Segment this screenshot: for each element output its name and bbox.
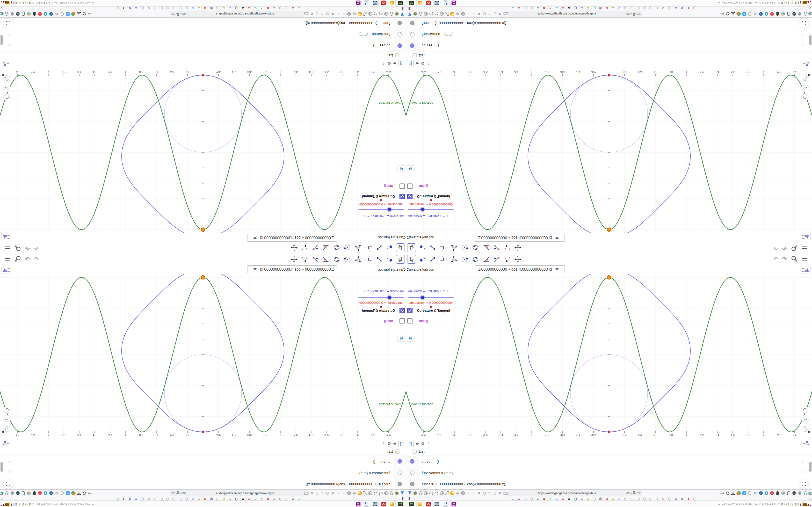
algebra-row-funcs[interactable]: funcs = {1.000000000000 + cos(4.00000000… <box>406 18 812 29</box>
globe-icon[interactable] <box>461 491 465 495</box>
msq-icon[interactable] <box>325 12 330 16</box>
monitor-taskbar-button[interactable]: ⚙ <box>433 0 440 6</box>
row-kebab-icon[interactable]: ⋮ <box>7 472 11 474</box>
firefox-icon[interactable] <box>357 12 362 16</box>
monitor-taskbar-button[interactable]: ⚙ <box>433 501 440 507</box>
conic-tool-button[interactable] <box>471 243 480 252</box>
fullscreen-button[interactable] <box>799 479 809 489</box>
bookmark-favicon[interactable]: G <box>254 497 257 501</box>
algebra-view-icon[interactable] <box>802 60 810 66</box>
visibility-marble[interactable] <box>398 32 402 37</box>
graphics-view[interactable]: -2.4-2.2-2-1.8-1.6-1.4-1.2-1-0.8-0.6-0.4… <box>406 274 812 440</box>
globecolor-icon[interactable] <box>27 491 31 495</box>
zoom-in-button[interactable] <box>802 85 809 92</box>
monitor-taskbar-button[interactable]: ⚙ <box>372 501 379 507</box>
algebra-view-icon[interactable] <box>2 60 10 66</box>
line-tool-button[interactable] <box>375 243 384 252</box>
bookmark-favicon[interactable]: G <box>147 7 150 10</box>
folder-icon[interactable] <box>503 12 508 16</box>
visibility-marble[interactable] <box>398 482 402 486</box>
bookmark-favicon[interactable]: ◯ <box>172 497 175 501</box>
uodark-icon[interactable]: UO <box>15 491 20 495</box>
redo-icon[interactable]: ↷ <box>782 255 787 263</box>
conic-tool-button[interactable] <box>332 255 341 264</box>
bookmark-favicon[interactable]: ◯ <box>235 7 238 10</box>
settings-red-taskbar-button[interactable]: ⚙ <box>425 501 432 507</box>
gear-icon[interactable]: ⚙ <box>421 61 424 66</box>
gauge-icon[interactable] <box>379 12 383 16</box>
mdot-icon[interactable] <box>487 12 492 16</box>
menu-icon[interactable] <box>4 256 11 263</box>
trash-icon[interactable] <box>32 12 37 16</box>
collapse-badge[interactable]: − <box>412 450 417 454</box>
person-purple-taskbar-button[interactable] <box>450 501 457 507</box>
bookmark-favicon[interactable]: ◯ <box>285 497 289 501</box>
bookmark-favicon[interactable]: ⓘ <box>210 7 213 10</box>
clipboard-icon[interactable] <box>21 12 26 16</box>
plusblue-icon[interactable] <box>49 12 53 16</box>
line-tool-button[interactable] <box>428 243 437 252</box>
wrench-icon[interactable] <box>363 12 367 16</box>
scrollbar-thumb[interactable] <box>809 462 812 472</box>
tray-chevrons-icon[interactable] <box>717 502 720 507</box>
conic-tool-button[interactable] <box>332 243 341 252</box>
graphics-view[interactable]: -2.4-2.2-2-1.8-1.6-1.4-1.2-1-0.8-0.6-0.4… <box>0 274 406 440</box>
move-cursor-button[interactable] <box>396 243 405 252</box>
move-cursor-button[interactable] <box>407 255 416 264</box>
olive-icon[interactable] <box>395 491 399 495</box>
reflect-tool-button[interactable] <box>492 243 501 252</box>
circle-tool-button[interactable] <box>460 243 469 252</box>
shieldgray-icon[interactable] <box>798 12 802 16</box>
bookmark-favicon[interactable]: ◯ <box>179 7 182 10</box>
bookmark-favicon[interactable]: Я <box>542 497 546 501</box>
row-kebab-icon[interactable]: ⋮ <box>801 45 805 47</box>
bookmark-favicon[interactable]: ▲ <box>197 497 201 501</box>
uodark-icon[interactable]: UO <box>792 12 797 16</box>
tray-chevrons-icon[interactable] <box>717 0 720 5</box>
gear-icon[interactable]: ⚙ <box>455 491 460 495</box>
polygon-tool-button[interactable] <box>354 255 362 264</box>
firefox-icon[interactable] <box>357 491 362 495</box>
oval-icon[interactable] <box>60 491 64 495</box>
pause-icon[interactable] <box>408 7 410 10</box>
bookmark-favicon[interactable]: ⚙ <box>680 7 684 10</box>
bookmark-favicon[interactable]: ● <box>153 7 157 10</box>
bookmark-favicon[interactable]: ⚙ <box>680 497 684 501</box>
curvature-tangent-checkbox[interactable] <box>407 194 412 199</box>
collapse-badge[interactable]: − <box>412 53 417 57</box>
oval-icon[interactable] <box>748 12 752 16</box>
globe-icon[interactable] <box>368 491 373 495</box>
bookmark-favicon[interactable]: ✓ <box>549 7 552 10</box>
fx-icon[interactable]: fx <box>416 442 419 446</box>
crayon-icon[interactable] <box>71 491 75 495</box>
gear-icon[interactable]: ⚙ <box>54 491 59 495</box>
undo-icon[interactable]: ↶ <box>773 255 778 263</box>
home-button[interactable] <box>4 95 10 101</box>
algebra-row-curves[interactable]: curves = {} ⋮ <box>406 40 812 51</box>
perpendicular-line-tool-button[interactable] <box>364 255 373 264</box>
bookmark-favicon[interactable]: G <box>134 497 138 501</box>
clipboard-icon[interactable] <box>786 491 791 495</box>
uodark-icon[interactable]: UO <box>792 491 797 495</box>
bookmark-favicon[interactable]: ◯ <box>141 497 144 501</box>
bookmark-favicon[interactable]: Я <box>605 7 609 10</box>
kebab-menu-icon[interactable]: ⋮ <box>382 62 385 64</box>
wrench-icon[interactable] <box>445 491 449 495</box>
globe-icon[interactable] <box>423 491 428 495</box>
arc-length-slider[interactable] <box>408 296 454 299</box>
msq-icon[interactable] <box>493 12 497 16</box>
bookmark-favicon[interactable]: ● <box>153 497 157 501</box>
translate-icon[interactable]: A <box>633 12 636 16</box>
folder-icon[interactable] <box>503 491 508 495</box>
device-green-taskbar-button[interactable] <box>397 501 404 507</box>
redo-icon[interactable]: ↷ <box>25 255 30 263</box>
fullscreen-button[interactable] <box>3 18 13 28</box>
algebra-row-funcnames[interactable]: funcNames = {"" ""} ⋮ <box>406 467 812 478</box>
bookmark-favicon[interactable]: ◯ <box>574 7 577 10</box>
trash-icon[interactable] <box>32 491 37 495</box>
funnel-icon[interactable] <box>400 12 405 16</box>
bookmark-favicon[interactable]: ◯ <box>574 497 577 501</box>
wrench-icon[interactable] <box>445 12 449 16</box>
arc-length-slider[interactable] <box>358 296 404 299</box>
ablue-icon[interactable]: A <box>742 12 747 16</box>
